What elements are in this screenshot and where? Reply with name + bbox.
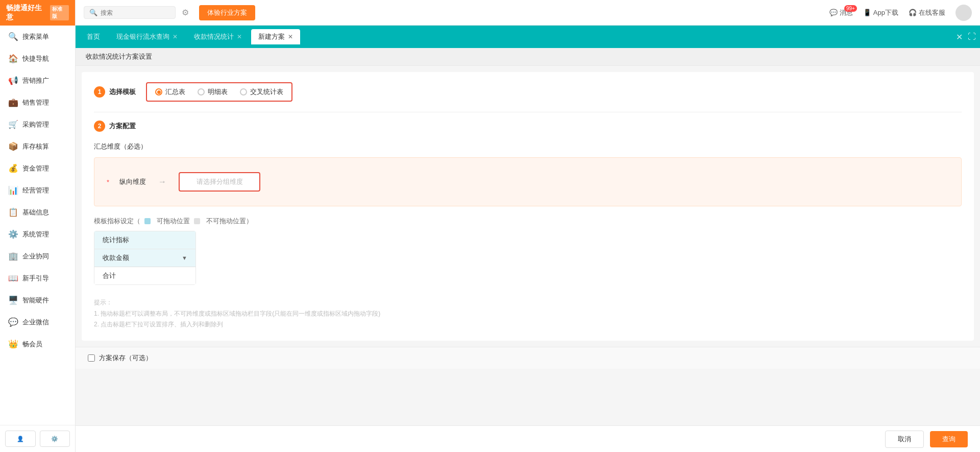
- settings-icon[interactable]: ⚙: [182, 8, 189, 17]
- radio-detail-label: 明细表: [208, 87, 228, 97]
- tabbar-right: ✕ ⛶: [956, 32, 976, 42]
- messages-badge: 99+: [844, 5, 857, 12]
- trial-button[interactable]: 体验行业方案: [199, 5, 255, 20]
- sidebar-label-8: 基础信息: [22, 208, 49, 217]
- search-input[interactable]: [101, 9, 162, 16]
- step2-label: 方案配置: [109, 122, 136, 131]
- sidebar: 畅捷通好生意 标准版 🔍搜索菜单🏠快捷导航📢营销推广💼销售管理🛒采购管理📦库存核…: [0, 0, 76, 452]
- tab-new-plan[interactable]: 新建方案 ✕: [251, 29, 300, 44]
- sidebar-label-9: 系统管理: [22, 230, 49, 239]
- tab-collection-close[interactable]: ✕: [237, 33, 242, 40]
- step1-badge: 1: [94, 86, 105, 98]
- sidebar-item-2[interactable]: 📢营销推广: [0, 69, 75, 91]
- template-select-box: 汇总表 明细表 交叉统计表: [146, 82, 292, 102]
- metrics-total-label: 合计: [103, 272, 116, 279]
- radio-cross[interactable]: 交叉统计表: [240, 87, 283, 97]
- sidebar-item-3[interactable]: 💼销售管理: [0, 91, 75, 113]
- main-area: 🔍 ⚙ 体验行业方案 💬 消息 99+ 📱 App下载 🎧 在线客服 首页: [76, 0, 980, 452]
- cancel-button[interactable]: 取消: [885, 431, 924, 448]
- sidebar-label-13: 企业微信: [22, 318, 49, 327]
- metrics-column-row[interactable]: 收款金额 ▼: [94, 249, 195, 267]
- sidebar-icon-0: 🔍: [8, 32, 18, 41]
- dimension-placeholder: 请选择分组维度: [197, 178, 243, 185]
- legend-draggable-label: 可拖动位置: [157, 217, 190, 226]
- arrow-icon: →: [158, 177, 166, 186]
- radio-detail[interactable]: 明细表: [198, 87, 228, 97]
- sidebar-item-12[interactable]: 🖥️智能硬件: [0, 289, 75, 311]
- sidebar-item-8[interactable]: 📋基础信息: [0, 201, 75, 223]
- search-icon: 🔍: [89, 9, 97, 16]
- sidebar-icon-3: 💼: [8, 98, 18, 107]
- sidebar-bottom: 👤 ⚙️: [0, 425, 75, 452]
- sidebar-icon-14: 👑: [8, 339, 18, 349]
- sidebar-label-5: 库存核算: [22, 142, 49, 151]
- sidebar-item-6[interactable]: 💰资金管理: [0, 157, 75, 179]
- sidebar-item-1[interactable]: 🏠快捷导航: [0, 47, 75, 69]
- sidebar-bottom-btn-2[interactable]: ⚙️: [40, 431, 70, 447]
- sidebar-item-7[interactable]: 📊经营管理: [0, 179, 75, 201]
- metrics-table: 统计指标 收款金额 ▼ 合计: [94, 231, 196, 285]
- step2-badge: 2: [94, 121, 105, 132]
- sidebar-item-5[interactable]: 📦库存核算: [0, 135, 75, 157]
- metrics-title: 模板指标设定（: [94, 217, 140, 226]
- message-icon: 💬: [829, 9, 838, 16]
- tab-cashflow-close[interactable]: ✕: [173, 33, 178, 40]
- tab-collection[interactable]: 收款情况统计 ✕: [187, 29, 249, 44]
- metrics-total-row: 合计: [94, 267, 195, 284]
- template-radio-group: 汇总表 明细表 交叉统计表: [155, 87, 283, 97]
- page-title: 收款情况统计方案设置: [86, 53, 152, 60]
- legend-draggable-dot: [144, 218, 151, 224]
- sidebar-label-4: 采购管理: [22, 120, 49, 129]
- sidebar-icon-12: 🖥️: [8, 295, 18, 305]
- radio-cross-label: 交叉统计表: [250, 87, 283, 97]
- support-icon: 🎧: [909, 9, 917, 16]
- step2-row: 2 方案配置: [94, 121, 962, 132]
- sidebar-item-13[interactable]: 💬企业微信: [0, 311, 75, 333]
- query-button[interactable]: 查询: [930, 431, 968, 447]
- metrics-section: 模板指标设定（ 可拖动位置 不可拖动位置） 统计指标 收款金额 ▼: [94, 217, 962, 285]
- radio-cross-circle: [240, 88, 247, 96]
- sidebar-label-12: 智能硬件: [22, 296, 49, 305]
- tabbar: 首页 现金银行流水查询 ✕ 收款情况统计 ✕ 新建方案 ✕ ✕ ⛶: [76, 26, 980, 48]
- user-avatar[interactable]: [955, 5, 972, 21]
- tab-cashflow[interactable]: 现金银行流水查询 ✕: [109, 29, 185, 44]
- save-checkbox[interactable]: [88, 354, 95, 362]
- sidebar-item-4[interactable]: 🛒采购管理: [0, 113, 75, 135]
- tab-new-plan-close[interactable]: ✕: [288, 33, 293, 40]
- close-window-icon[interactable]: ✕: [956, 32, 963, 42]
- sidebar-item-10[interactable]: 🏢企业协同: [0, 245, 75, 267]
- tab-home[interactable]: 首页: [80, 29, 107, 44]
- dimension-selector[interactable]: 请选择分组维度: [179, 172, 260, 192]
- page-header: 收款情况统计方案设置: [76, 48, 980, 66]
- tips-section: 提示： 1. 拖动标题栏可以调整布局，不可跨维度或指标区域拖动栏目字段(只能在同…: [94, 297, 962, 330]
- download-btn[interactable]: 📱 App下载: [863, 8, 898, 17]
- support-label: 在线客服: [919, 8, 945, 17]
- sidebar-bottom-btn-1[interactable]: 👤: [5, 431, 36, 447]
- dimension-title-text: 汇总维度（必选）: [94, 142, 147, 150]
- sidebar-item-9[interactable]: ⚙️系统管理: [0, 223, 75, 245]
- radio-summary-label: 汇总表: [165, 87, 185, 97]
- metrics-column-header: 统计指标: [103, 235, 129, 245]
- save-option: 方案保存（可选）: [76, 347, 980, 369]
- metrics-table-header[interactable]: 统计指标: [94, 231, 195, 249]
- radio-summary[interactable]: 汇总表: [155, 87, 185, 97]
- sidebar-icon-11: 📖: [8, 273, 18, 283]
- sidebar-label-1: 快捷导航: [22, 54, 49, 63]
- legend-not-draggable-label: 不可拖动位置）: [206, 217, 253, 226]
- sidebar-label-0: 搜索菜单: [22, 32, 49, 41]
- dimension-area: * 纵向维度 → 请选择分组维度: [94, 157, 962, 206]
- support-btn[interactable]: 🎧 在线客服: [909, 8, 945, 17]
- expand-icon[interactable]: ⛶: [968, 32, 976, 41]
- logo-text: 畅捷通好生意: [6, 4, 48, 22]
- sidebar-icon-6: 💰: [8, 163, 18, 173]
- section-divider-1: [94, 112, 962, 112]
- dropdown-arrow-icon: ▼: [182, 255, 187, 261]
- sidebar-item-0[interactable]: 🔍搜索菜单: [0, 26, 75, 47]
- sidebar-item-11[interactable]: 📖新手引导: [0, 267, 75, 289]
- messages-btn[interactable]: 💬 消息 99+: [829, 8, 853, 17]
- sidebar-item-14[interactable]: 👑畅会员: [0, 333, 75, 355]
- dimension-title: 汇总维度（必选）: [94, 142, 962, 151]
- sidebar-icon-8: 📋: [8, 207, 18, 217]
- tips-title: 提示：: [94, 299, 112, 306]
- tip-item-1: 1. 拖动标题栏可以调整布局，不可跨维度或指标区域拖动栏目字段(只能在同一维度或…: [94, 308, 962, 320]
